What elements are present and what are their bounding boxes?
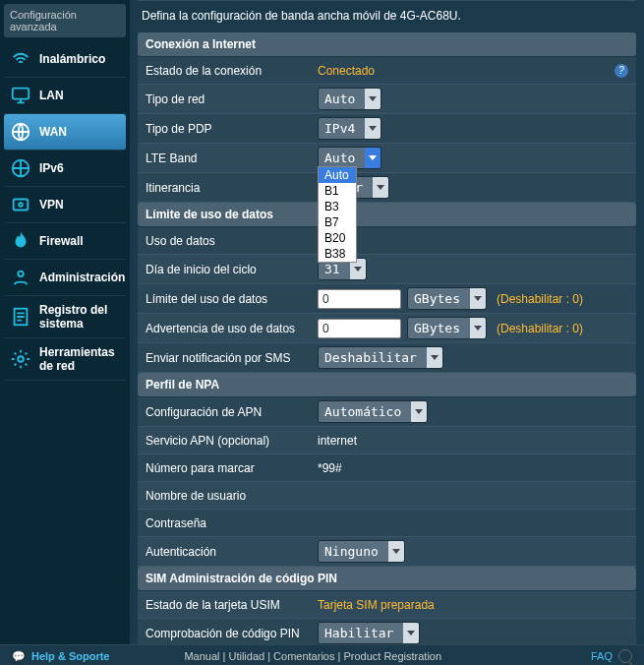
ipv6-icon	[10, 157, 31, 179]
footer: 💬 Help & Soporte Manual | Utilidad | Com…	[0, 644, 644, 665]
label-pass: Contraseña	[146, 516, 318, 530]
chevron-down-icon	[427, 347, 442, 368]
input-limit[interactable]	[318, 289, 401, 309]
svg-rect-0	[13, 89, 29, 99]
label-lte-band: LTE Band	[146, 151, 318, 165]
label-net-type: Tipo de red	[146, 92, 318, 106]
sidebar-item-wifi[interactable]: Inalámbrico	[4, 41, 126, 78]
chevron-down-icon	[403, 623, 419, 643]
label-roaming: Itinerancia	[146, 181, 318, 195]
label-limit: Límite del uso de datos	[146, 292, 318, 306]
svg-point-4	[19, 203, 23, 207]
sidebar-item-label: VPN	[39, 198, 64, 212]
select-pin-check[interactable]: Habilitar	[318, 622, 420, 644]
chevron-down-icon	[365, 148, 381, 168]
select-net-type[interactable]: Auto	[318, 88, 381, 110]
admin-icon	[10, 267, 31, 288]
lte-option[interactable]: B1	[319, 183, 356, 199]
svg-point-5	[18, 272, 24, 277]
sidebar-item-label: Administración	[39, 271, 125, 284]
page-description: Defina la configuración de banda ancha m…	[138, 0, 636, 32]
hint-limit: (Deshabilitar : 0)	[497, 292, 583, 306]
label-usim: Estado de la tarjeta USIM	[146, 598, 318, 612]
chevron-down-icon	[365, 118, 381, 139]
sidebar-item-label: Herramientas de red	[39, 345, 120, 373]
label-usage: Uso de datos	[146, 234, 318, 248]
label-cycle: Día de inicio del ciclo	[146, 263, 318, 276]
wan-icon	[10, 121, 31, 143]
select-apn-cfg[interactable]: Automático	[318, 400, 428, 423]
hint-warn: (Deshabilitar : 0)	[497, 322, 583, 335]
label-auth: Autenticación	[146, 545, 318, 559]
label-warn: Advertencia de uso de datos	[146, 322, 318, 335]
label-pdp: Tipo de PDP	[146, 122, 318, 136]
lte-option[interactable]: B20	[319, 230, 356, 246]
chevron-down-icon	[373, 177, 388, 198]
footer-links[interactable]: Manual | Utilidad | Comentarios | Produc…	[184, 650, 441, 662]
fire-icon	[10, 230, 31, 252]
help-support-link[interactable]: Help & Soporte	[31, 650, 109, 662]
chevron-down-icon	[388, 541, 404, 562]
label-pin-check: Comprobación de código PIN	[146, 627, 318, 640]
sidebar-item-lan[interactable]: LAN	[4, 78, 126, 114]
label-conn-status: Estado de la conexión	[146, 64, 318, 78]
select-auth[interactable]: Ninguno	[318, 540, 405, 563]
sidebar-header: Configuración avanzada	[4, 4, 126, 37]
sidebar-item-label: LAN	[39, 89, 64, 102]
sidebar-item-wan[interactable]: WAN	[4, 114, 126, 151]
sidebar: Configuración avanzada InalámbricoLANWAN…	[0, 0, 130, 665]
select-limit-unit[interactable]: GBytes	[407, 287, 487, 310]
sidebar-item-vpn[interactable]: VPN	[4, 187, 126, 223]
faq-link[interactable]: FAQ	[591, 650, 613, 662]
sidebar-item-label: Firewall	[39, 234, 84, 248]
sidebar-item-fire[interactable]: Firewall	[4, 223, 126, 260]
wifi-icon	[10, 48, 31, 70]
svg-rect-3	[14, 200, 29, 211]
label-dial: Número para marcar	[146, 461, 318, 475]
lte-option[interactable]: B3	[319, 199, 356, 214]
label-user: Nombre de usuario	[146, 489, 318, 503]
sidebar-item-label: IPv6	[39, 161, 64, 175]
lan-icon	[10, 85, 31, 106]
sidebar-item-log[interactable]: Registro del sistema	[4, 296, 126, 338]
chevron-down-icon	[411, 401, 427, 422]
select-sms[interactable]: Deshabilitar	[318, 346, 443, 369]
value-dial: *99#	[318, 461, 342, 475]
search-icon[interactable]	[618, 649, 632, 663]
label-apn-cfg: Configuración de APN	[146, 405, 318, 419]
sidebar-item-tools[interactable]: Herramientas de red	[4, 338, 126, 381]
label-apn-srv: Servicio APN (opcional)	[146, 434, 318, 448]
section-limit: Límite de uso de datos	[138, 203, 636, 226]
svg-point-7	[18, 356, 24, 362]
sidebar-item-ipv6[interactable]: IPv6	[4, 151, 126, 187]
main-content: Defina la configuración de banda ancha m…	[130, 0, 644, 665]
section-sim: SIM Administración de código PIN	[138, 567, 636, 590]
sidebar-item-label: WAN	[39, 125, 67, 139]
vpn-icon	[10, 194, 31, 215]
section-connection: Conexión a Internet	[138, 32, 636, 56]
lte-option[interactable]: Auto	[319, 167, 356, 183]
chevron-down-icon	[470, 318, 486, 338]
section-npa: Perfil de NPA	[138, 373, 636, 396]
chevron-down-icon	[470, 288, 486, 309]
lte-option[interactable]: B7	[319, 214, 356, 230]
help-icon[interactable]: ?	[615, 64, 628, 78]
input-warn[interactable]	[318, 319, 401, 338]
tools-icon	[10, 348, 31, 370]
lte-option[interactable]: B38	[319, 246, 356, 262]
chevron-down-icon	[365, 89, 381, 109]
log-icon	[10, 306, 31, 328]
value-apn-srv: internet	[318, 434, 357, 448]
value-conn-status: Conectado	[318, 64, 375, 78]
bubble-icon: 💬	[12, 650, 26, 663]
lte-band-dropdown[interactable]: AutoB1B3B7B20B38	[318, 166, 357, 263]
sidebar-item-admin[interactable]: Administración	[4, 260, 126, 296]
label-sms: Enviar notificación por SMS	[146, 351, 318, 365]
sidebar-item-label: Registro del sistema	[39, 303, 120, 331]
value-usim: Tarjeta SIM preparada	[318, 598, 435, 612]
select-warn-unit[interactable]: GBytes	[407, 317, 487, 339]
sidebar-item-label: Inalámbrico	[39, 52, 105, 66]
select-pdp[interactable]: IPv4	[318, 117, 381, 140]
